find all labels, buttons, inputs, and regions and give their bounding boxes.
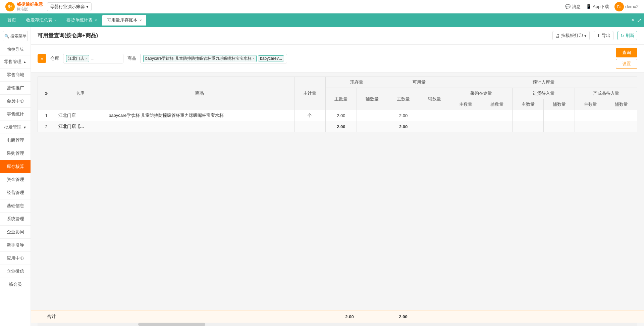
top-bar-left: 好 畅捷通好生意 标准版 母婴行业演示账套 ▾	[5, 2, 92, 11]
warehouse-filter-input[interactable]: 江北门店 × ...	[63, 54, 123, 63]
row1-production-main	[575, 110, 606, 121]
th-available-main-qty: 主数量	[388, 88, 419, 110]
row1-purchase-main	[450, 110, 481, 121]
sidebar-item-wholesale-mgmt-label: 批发管理	[4, 124, 21, 130]
sidebar-item-operations[interactable]: 经营管理	[0, 186, 31, 199]
filter-bar: » 仓库 江北门店 × ... 商品 babycare学饮杯 儿童防摔防撞吸管杯…	[31, 45, 644, 73]
table-row: 2 江北门店【... 2.00 2.00	[38, 121, 637, 132]
sidebar-item-wholesale-mgmt[interactable]: 批发管理 ▼	[0, 121, 31, 134]
bottom-scrollbar[interactable]	[38, 323, 637, 326]
table-wrap: ⚙ 仓库 商品 主计量 现存量 可用量 预计入库量 主数量 辅数量 主数量 辅数…	[31, 73, 644, 310]
sidebar-item-retail-mall-label: 零售商城	[7, 72, 24, 78]
warehouse-tag[interactable]: 江北门店 ×	[66, 55, 89, 62]
row2-production-aux	[606, 121, 637, 132]
sidebar-quick-nav[interactable]: 快捷导航	[0, 44, 31, 55]
table-header-row1: ⚙ 仓库 商品 主计量 现存量 可用量 预计入库量	[38, 77, 637, 88]
tab-receive-summary-close[interactable]: ×	[54, 18, 56, 22]
setting-btn[interactable]: 设置	[616, 59, 637, 69]
tab-receive-summary-label: 收发存汇总表	[26, 17, 52, 23]
row2-no: 2	[38, 121, 55, 132]
row2-inbound-aux	[544, 121, 575, 132]
tab-receive-summary[interactable]: 收发存汇总表 ×	[21, 15, 61, 26]
sidebar-item-new-guide-label: 新手引导	[7, 242, 24, 248]
print-template-btn[interactable]: 🖨 按模板打印 ▾	[552, 31, 590, 40]
row1-production-aux	[606, 110, 637, 121]
tab-available-ledger[interactable]: 可用量库存账本 ×	[102, 15, 146, 26]
th-settings-icon[interactable]: ⚙	[38, 77, 55, 110]
row1-available-main-qty: 2.00	[388, 110, 419, 121]
th-product: 商品	[105, 77, 294, 110]
data-table: ⚙ 仓库 商品 主计量 现存量 可用量 预计入库量 主数量 辅数量 主数量 辅数…	[38, 77, 637, 132]
sidebar-item-operations-label: 经营管理	[7, 190, 24, 196]
industry-dropdown-icon: ▾	[86, 4, 89, 9]
sidebar-item-purchase-mgmt-label: 采购管理	[7, 150, 24, 156]
retail-mgmt-arrow-icon: ▲	[23, 60, 26, 64]
export-btn[interactable]: ⬆ 导出	[594, 31, 613, 40]
tab-home[interactable]: 首页	[3, 15, 21, 26]
message-btn[interactable]: 💬 消息	[565, 4, 581, 10]
sidebar-item-retail-mgmt-label: 零售管理	[4, 59, 21, 65]
sidebar-item-purchase-mgmt[interactable]: 采购管理	[0, 147, 31, 160]
sidebar-item-marketing[interactable]: 营销推广	[0, 82, 31, 95]
app-download-btn[interactable]: 📱 App下载	[586, 4, 609, 10]
filter-toggle-btn[interactable]: »	[38, 54, 46, 63]
sidebar-search-btn[interactable]: 🔍 搜索菜单	[3, 31, 28, 41]
nav-tab-actions: × ⤢	[631, 17, 641, 24]
refresh-btn[interactable]: ↻ 刷新	[618, 31, 637, 40]
print-label: 按模板打印	[561, 33, 583, 39]
close-all-tabs-btn[interactable]: ×	[631, 17, 634, 24]
sidebar-item-sys-mgmt[interactable]: 系统管理	[0, 213, 31, 226]
user-name: demo2	[625, 4, 639, 9]
sidebar-item-inventory[interactable]: 库存核算	[0, 160, 31, 173]
query-btn[interactable]: 查询	[616, 48, 637, 57]
th-production-main: 主数量	[575, 99, 606, 110]
logo-icon: 好	[5, 2, 15, 11]
logo: 好 畅捷通好生意 标准版	[5, 2, 43, 11]
page-header: 可用量查询(按仓库+商品) 🖨 按模板打印 ▾ ⬆ 导出 ↻ 刷新	[31, 27, 644, 45]
sidebar-item-retail-mall[interactable]: 零售商城	[0, 68, 31, 82]
product-tag-extra[interactable]: babycare?...	[258, 55, 284, 61]
top-bar-right: 💬 消息 📱 App下载 Ea demo2	[565, 2, 639, 11]
warehouse-filter-label: 仓库	[50, 55, 59, 61]
sidebar-item-enterprise-wechat[interactable]: 企业微信	[0, 265, 31, 278]
row1-warehouse: 江北门店	[55, 110, 105, 121]
wholesale-mgmt-arrow-icon: ▼	[23, 126, 26, 129]
sidebar-search-label: 搜索菜单	[10, 33, 26, 39]
quick-nav-label: 快捷导航	[7, 47, 23, 52]
total-current-main-qty: 2.00	[336, 314, 363, 319]
product-tag-main-remove[interactable]: ×	[253, 56, 255, 60]
product-filter-input[interactable]: babycare学饮杯 儿童防摔防撞吸管杯重力球吸嘴杯宝宝水杯 × babyca…	[140, 54, 287, 63]
sidebar-item-inventory-label: 库存核算	[7, 164, 24, 170]
product-tag-main[interactable]: babycare学饮杯 儿童防摔防撞吸管杯重力球吸嘴杯宝宝水杯 ×	[143, 55, 257, 62]
sidebar-item-new-guide[interactable]: 新手引导	[0, 239, 31, 252]
sidebar-item-retail-stats[interactable]: 零售统计	[0, 108, 31, 121]
industry-selector[interactable]: 母婴行业演示账套 ▾	[47, 2, 92, 11]
th-inbound-main: 主数量	[513, 99, 544, 110]
tab-order-stats-label: 要货单统计表	[66, 17, 93, 23]
sidebar-item-retail-mgmt[interactable]: 零售管理 ▲	[0, 55, 31, 68]
warehouse-more-btn[interactable]: ...	[91, 56, 94, 61]
row2-current-aux-qty	[357, 121, 388, 132]
message-icon: 💬	[565, 4, 571, 9]
row2-inbound-main	[513, 121, 544, 132]
sidebar-item-member-center[interactable]: 会员中心	[0, 95, 31, 108]
sidebar-item-ecommerce[interactable]: 电商管理	[0, 134, 31, 147]
th-main-unit: 主计量	[294, 77, 325, 110]
row2-warehouse: 江北门店【...	[55, 121, 105, 132]
main-layout: 🔍 搜索菜单 快捷导航 零售管理 ▲ 零售商城 营销推广 会员中心 零售统计	[0, 27, 644, 326]
tab-order-stats-close[interactable]: ×	[95, 18, 97, 22]
sidebar-item-app-center[interactable]: 应用中心	[0, 252, 31, 265]
sidebar-item-basic-info[interactable]: 基础信息	[0, 199, 31, 213]
tab-available-ledger-close[interactable]: ×	[140, 18, 142, 22]
row2-main-unit	[294, 121, 325, 132]
print-icon: 🖨	[555, 33, 560, 38]
warehouse-tag-remove[interactable]: ×	[85, 56, 87, 60]
sidebar-item-enterprise-collab[interactable]: 企业协同	[0, 226, 31, 239]
sidebar-item-finance[interactable]: 资金管理	[0, 173, 31, 186]
expand-btn[interactable]: ⤢	[637, 17, 641, 24]
user-avatar-btn[interactable]: Ea demo2	[614, 2, 639, 11]
row2-production-main	[575, 121, 606, 132]
sidebar-item-vip-member[interactable]: 畅会员	[0, 278, 31, 291]
sidebar-item-enterprise-wechat-label: 企业微信	[7, 268, 24, 274]
tab-order-stats[interactable]: 要货单统计表 ×	[62, 15, 101, 26]
